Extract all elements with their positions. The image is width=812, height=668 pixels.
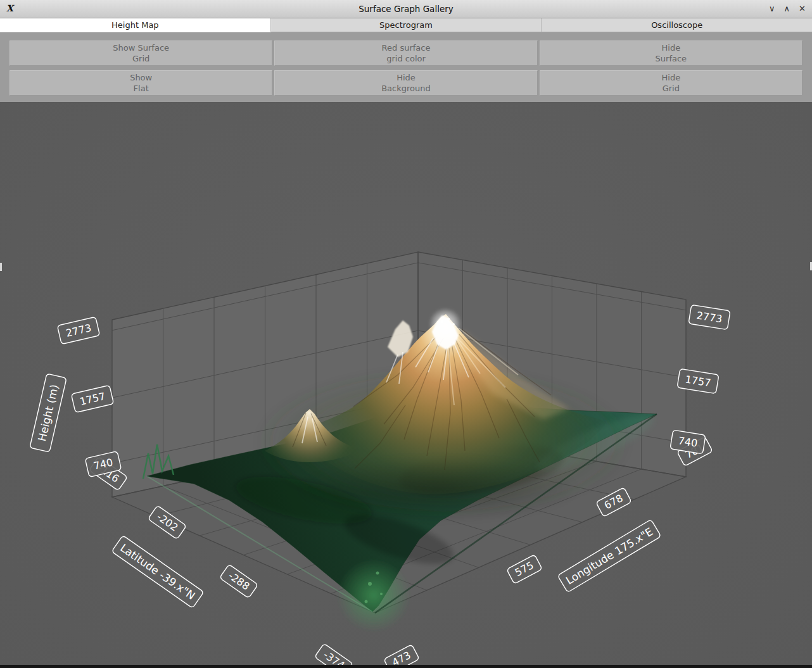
latitude-tick-label: -288 [220,564,258,598]
show-flat-button[interactable]: Show Flat [10,70,272,96]
tab-bar: Height Map Spectrogram Oscilloscope [0,18,812,32]
button-label: Flat [134,83,149,94]
window-controls: ∨ ∧ ✕ [769,0,806,18]
height-axis-title: Height (m) [30,374,67,452]
shade-icon[interactable]: ∨ [769,0,775,18]
button-label: Grid [663,83,680,94]
surface-3d-scene: 781 678 575 473 -116 [0,102,812,668]
hide-grid-button[interactable]: Hide Grid [540,70,802,96]
app-window: X Surface Graph Gallery ∨ ∧ ✕ Height Map… [0,0,812,668]
tab-oscilloscope[interactable]: Oscilloscope [542,18,812,32]
close-icon[interactable]: ✕ [799,0,806,18]
svg-text:Latitude -39.x"N: Latitude -39.x"N [118,541,197,602]
longitude-axis-title: Longitude 175.x"E [557,519,661,592]
button-label: grid color [386,53,426,64]
show-surface-grid-button[interactable]: Show Surface Grid [10,41,272,66]
tab-height-map[interactable]: Height Map [0,18,271,32]
button-label: Hide [662,42,681,53]
button-label: Show Surface [113,42,169,53]
button-label: Hide [396,72,416,83]
hide-background-button[interactable]: Hide Background [274,70,537,96]
window-resize-grip-left[interactable] [0,263,2,271]
hide-surface-button[interactable]: Hide Surface [540,41,802,66]
maximize-icon[interactable]: ∧ [784,0,790,18]
titlebar[interactable]: X Surface Graph Gallery ∨ ∧ ✕ [0,0,812,18]
button-label: Grid [132,53,149,64]
button-label: Red surface [382,42,431,53]
button-label: Show [130,72,152,83]
height-tick-label-left: 1757 [71,385,113,412]
height-tick-label-left: 2773 [57,317,99,344]
svg-text:Longitude 175.x"E: Longitude 175.x"E [564,525,655,587]
surface-plot-viewport[interactable]: 781 678 575 473 -116 [0,102,812,668]
latitude-axis-title: Latitude -39.x"N [111,536,204,608]
button-label: Hide [662,72,681,83]
height-tick-label-right: 2773 [688,305,730,329]
window-title: Surface Graph Gallery [0,0,812,18]
red-surface-grid-color-button[interactable]: Red surface grid color [274,41,537,66]
longitude-tick-label: 575 [507,555,542,584]
button-label: Surface [656,53,687,64]
button-label: Background [381,83,431,94]
toolbar: Show Surface Grid Red surface grid color… [0,32,812,102]
tab-spectrogram[interactable]: Spectrogram [271,18,542,32]
window-bottom-edge [0,665,812,668]
